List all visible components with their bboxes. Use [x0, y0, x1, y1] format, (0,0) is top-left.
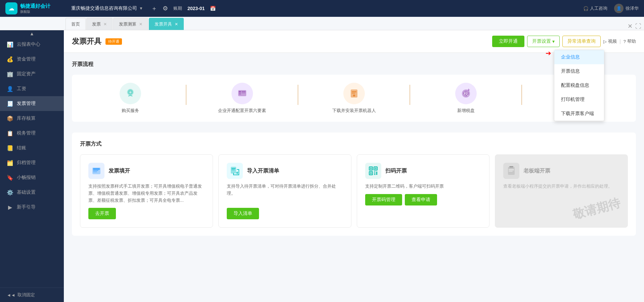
svg-rect-32 [370, 172, 372, 174]
avatar: 👤 [614, 4, 624, 13]
cancel-pin-button[interactable]: ◄◄ 取消固定 [0, 288, 64, 302]
svg-rect-21 [93, 168, 100, 169]
close-tab-calc[interactable]: ✕ [139, 22, 142, 27]
user-info[interactable]: 👤 徐泽华 [614, 4, 639, 13]
sidebar-item-inventory[interactable]: 📦 库存核算 [0, 111, 64, 126]
svg-point-11 [353, 95, 355, 97]
sidebar-item-invoices[interactable]: 🧾 发票管理 [0, 96, 64, 111]
menu-item-printer[interactable]: 打印机管理 [554, 92, 604, 107]
logo-area: ☁ 畅捷通好会计 旗舰版 [5, 2, 66, 14]
settings-icon[interactable]: ⚙ [163, 5, 168, 12]
tab-invoice-issue[interactable]: 发票开具 ✕ [149, 18, 184, 30]
help-button[interactable]: ? 帮助 [624, 38, 636, 44]
menu-item-company-info[interactable]: 企业信息 [554, 50, 604, 64]
tab-invoice-calc[interactable]: 发票测算 ✕ [113, 18, 148, 30]
sidebar-item-tax[interactable]: 📋 税务管理 [0, 126, 64, 141]
video-button[interactable]: ▷ 视频 [603, 38, 617, 44]
menu-item-tax-disk[interactable]: 配置税盘信息 [554, 78, 604, 92]
top-actions: ＋ ⚙ 账期 2023-01 📅 [151, 4, 216, 12]
menu-item-invoice-info[interactable]: 开票信息 [554, 64, 604, 78]
sidebar-item-funds[interactable]: 💰 资金管理 [0, 52, 64, 67]
process-section-title: 开票流程 [72, 61, 636, 68]
tab-bar: 首页 发票 ✕ 发票测算 ✕ 发票开具 ✕ ✕ ⛶ [0, 17, 644, 30]
logo-text: 畅捷通好会计 旗舰版 [20, 3, 50, 14]
accounting-icon: 📒 [7, 145, 13, 151]
tax-icon: 📋 [7, 130, 13, 137]
exception-list-button[interactable]: 异常清单查询 [562, 36, 601, 47]
sidebar-item-assets[interactable]: 🏢 固定资产 [0, 67, 64, 81]
method-section: 开票方式 [72, 133, 636, 236]
sidebar-item-accounting[interactable]: 📒 结账 [0, 141, 64, 155]
fill-method-icon [88, 163, 104, 179]
sidebar-item-expense[interactable]: 🔖 小畅报销 [0, 170, 64, 185]
close-window-button[interactable]: ✕ [628, 23, 633, 30]
import-method-icon [227, 163, 243, 179]
tab-invoice[interactable]: 发票 ✕ [86, 18, 113, 30]
step-divider-1 [186, 85, 186, 105]
svg-rect-6 [242, 91, 246, 92]
menu-item-download[interactable]: 下载开票客户端 [554, 107, 604, 121]
svg-text:+: + [467, 87, 470, 92]
settings-dropdown-container: 开票设置 ▾ 企业信息 开票信息 配置税盘信息 打印机管理 下载开票客户端 ➔ [527, 36, 560, 47]
method-cards: 发票填开 支持按照发票样式手工填开发票；可开具增值税电子普通发票、增值税普通发票… [80, 154, 628, 228]
sidebar-scroll-up[interactable]: ▲ [0, 30, 64, 37]
sidebar-bottom: ◄◄ 取消固定 [0, 288, 64, 302]
payroll-icon: 👤 [7, 85, 13, 92]
add-icon[interactable]: ＋ [151, 4, 157, 12]
sidebar-item-payroll[interactable]: 👤 工资 [0, 81, 64, 96]
config-step-icon [231, 83, 253, 104]
method-card-scan-header: 扫码开票 [365, 163, 481, 179]
inventory-icon: 📦 [7, 115, 13, 122]
guide-icon: ▶ [7, 204, 13, 211]
step-divider-4 [521, 85, 522, 105]
page-title-area: 发票开具 待开通 [72, 36, 122, 52]
status-badge: 待开通 [105, 38, 122, 45]
invoice-settings-button[interactable]: 开票设置 ▾ [527, 36, 560, 47]
logo-icon: ☁ [5, 2, 17, 14]
close-tab-issue[interactable]: ✕ [175, 22, 178, 27]
sidebar-item-archive[interactable]: 🗂️ 归档管理 [0, 155, 64, 170]
play-icon: ▷ [603, 39, 607, 44]
tab-home[interactable]: 首页 [66, 18, 86, 30]
resize-window-button[interactable]: ⛶ [635, 23, 641, 30]
top-bar: ☁ 畅捷通好会计 旗舰版 重庆畅捷交通信息咨询有限公司 ▼ ＋ ⚙ 账期 202… [0, 0, 644, 17]
settings-dropdown-menu: 企业信息 开票信息 配置税盘信息 打印机管理 下载开票客户端 [554, 50, 604, 121]
sidebar-item-reports[interactable]: 📊 云报表中心 [0, 37, 64, 52]
reports-icon: 📊 [7, 41, 13, 48]
calendar-icon[interactable]: 📅 [210, 6, 216, 11]
svg-rect-30 [375, 167, 377, 169]
view-apply-button[interactable]: 查看申请 [405, 194, 437, 205]
pin-icon: ◄◄ [7, 293, 15, 298]
fill-invoice-button[interactable]: 去开票 [88, 208, 116, 219]
service-button[interactable]: 🎧 人工咨询 [583, 5, 607, 11]
divider: | [619, 39, 621, 44]
buy-step-icon: + [120, 83, 141, 104]
svg-rect-33 [374, 172, 376, 172]
svg-rect-40 [509, 171, 513, 172]
svg-rect-23 [93, 172, 97, 172]
company-selector[interactable]: 重庆畅捷交通信息咨询有限公司 ▼ [71, 5, 143, 11]
red-arrow-icon: ➔ [546, 49, 551, 57]
close-tab-invoice[interactable]: ✕ [103, 22, 107, 27]
svg-text:+: + [129, 89, 131, 95]
sidebar-item-guide[interactable]: ▶ 新手引导 [0, 200, 64, 215]
process-step-download: 下载并安装开票机器人 [304, 83, 404, 114]
period-value: 2023-01 [187, 6, 205, 11]
activate-button[interactable]: 立即开通 [492, 36, 524, 47]
process-step-buy: + 购买服务 [80, 83, 180, 114]
sidebar-item-settings[interactable]: ⚙️ 基础设置 [0, 185, 64, 200]
question-icon: ? [624, 39, 626, 44]
header-actions: 立即开通 开票设置 ▾ 企业信息 开票信息 配置税盘信息 打印机管理 下载开票客… [492, 36, 636, 52]
process-step-config: 企业开通配置开票六要素 [192, 83, 292, 114]
svg-rect-38 [509, 166, 513, 167]
import-list-button[interactable]: 导入清单 [227, 208, 259, 219]
svg-rect-36 [374, 174, 376, 175]
coming-soon-badge: 敬请期待 [571, 195, 622, 224]
method-card-fill: 发票填开 支持按照发票样式手工填开发票；可开具增值税电子普通发票、增值税普通发票… [80, 154, 213, 228]
period-label: 账期 [173, 5, 182, 11]
settings-sidebar-icon: ⚙️ [7, 189, 13, 196]
content-area: 发票开具 待开通 立即开通 开票设置 ▾ 企业信息 开票信息 配置税盘信息 打印… [64, 30, 644, 302]
qr-manage-button[interactable]: 开票码管理 [365, 194, 402, 205]
svg-rect-26 [231, 169, 235, 170]
funds-icon: 💰 [7, 56, 13, 63]
